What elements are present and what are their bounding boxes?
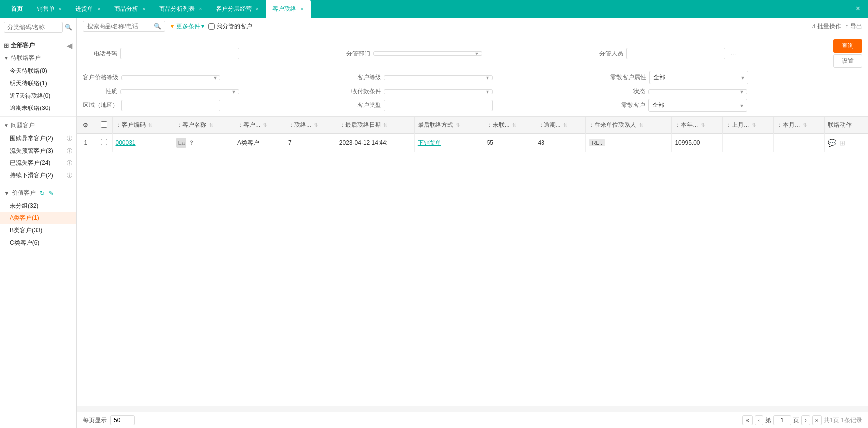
search-icon-main[interactable]: 🔍 — [154, 23, 161, 30]
col-this-year[interactable]: ：本年... ⇅ — [672, 117, 723, 134]
row-code[interactable]: 000031 — [112, 134, 173, 152]
qr-icon[interactable]: ⊞ — [839, 139, 845, 147]
main-search-input[interactable] — [87, 23, 152, 30]
region-input[interactable] — [121, 100, 220, 111]
select-all-checkbox[interactable] — [101, 121, 107, 128]
comment-icon[interactable]: 💬 — [828, 139, 836, 147]
sidebar-item-a-class[interactable]: A类客户(1) — [0, 212, 76, 224]
customer-level-wrap[interactable] — [384, 75, 493, 80]
sidebar-item-b-class[interactable]: B类客户(33) — [0, 224, 76, 237]
retail-attr-select[interactable]: 全部 — [649, 71, 748, 84]
sidebar-search-input[interactable] — [4, 22, 63, 33]
row-last-method[interactable]: 下销货单 — [414, 134, 484, 152]
close-all-button[interactable]: × — [852, 4, 864, 13]
page-number-input[interactable] — [773, 415, 791, 425]
sidebar-item-declining[interactable]: 持续下滑客户(2) ⓘ — [0, 169, 76, 182]
section-problem-customers[interactable]: ▼ 问题客户 — [0, 119, 76, 132]
sidebar-item-overdue[interactable]: 逾期未联络(30) — [0, 102, 76, 114]
price-level-select[interactable] — [121, 75, 220, 80]
nav-home[interactable]: 首页 — [4, 0, 30, 18]
nav-goods-analysis[interactable]: 商品分析 × — [108, 0, 152, 18]
goods-analysis-close[interactable]: × — [142, 6, 145, 12]
sidebar-item-today[interactable]: 今天待联络(0) — [0, 65, 76, 77]
sidebar-collapse-icon[interactable]: ◀ — [67, 42, 72, 50]
settings-gear-icon[interactable]: ⚙ — [83, 122, 88, 129]
col-no-contact[interactable]: ：未联... ⇅ — [484, 117, 535, 134]
col-last-date[interactable]: ：最后联络日期 ⇅ — [336, 117, 414, 134]
purchase-close[interactable]: × — [97, 6, 100, 12]
col-checkbox[interactable] — [95, 117, 112, 134]
code-link[interactable]: 000031 — [116, 139, 136, 146]
horizontal-scrollbar[interactable] — [77, 406, 868, 412]
status-select[interactable] — [648, 89, 747, 94]
col-last-month[interactable]: ：上月... ⇅ — [723, 117, 774, 134]
section-pending-contact[interactable]: ▼ 待联络客户 — [0, 52, 76, 65]
col-overdue[interactable]: ：逾期... ⇅ — [535, 117, 586, 134]
sidebar-item-c-class[interactable]: C类客户(6) — [0, 237, 76, 249]
col-this-month[interactable]: ：本月... ⇅ — [774, 117, 825, 134]
customer-contact-close[interactable]: × — [300, 6, 303, 12]
price-level-wrap[interactable] — [121, 75, 220, 80]
retail-customer-select[interactable]: 全部 — [648, 99, 747, 112]
first-page-btn[interactable]: « — [742, 415, 753, 425]
goods-list-close[interactable]: × — [199, 6, 202, 12]
status-wrap[interactable] — [648, 89, 747, 94]
col-name[interactable]: ：客户名称 ⇅ — [173, 117, 234, 134]
section-value-customers[interactable]: ▼ 价值客户 ↻ ✎ — [0, 186, 76, 200]
nav-goods-analysis-list[interactable]: 商品分析列表 × — [152, 0, 209, 18]
nature-wrap[interactable] — [120, 89, 239, 94]
prev-page-btn[interactable]: ‹ — [755, 415, 763, 425]
customer-segment-close[interactable]: × — [256, 6, 259, 12]
dept-select-wrap[interactable] — [373, 51, 482, 56]
batch-op-btn[interactable]: ☑ 批量操作 — [810, 22, 841, 31]
sidebar-item-churned[interactable]: 已流失客户(24) ⓘ — [0, 157, 76, 169]
settings-button[interactable]: 设置 — [833, 54, 862, 68]
nav-sales[interactable]: 销售单 × — [30, 0, 68, 18]
manager-input[interactable] — [626, 48, 725, 59]
payment-wrap[interactable] — [384, 89, 493, 94]
last-method-link[interactable]: 下销货单 — [418, 139, 441, 146]
row-checkbox-cell[interactable] — [95, 134, 112, 152]
edit-icon[interactable]: ✎ — [49, 190, 54, 197]
nav-customer-segment[interactable]: 客户分层经营 × — [209, 0, 266, 18]
retail-attr-wrap[interactable]: 全部 — [649, 71, 748, 84]
sidebar-search-icon[interactable]: 🔍 — [65, 24, 72, 31]
customer-type-input[interactable] — [384, 100, 493, 111]
export-btn[interactable]: ↑ 导出 — [845, 22, 862, 31]
nav-purchase[interactable]: 进货单 × — [68, 0, 107, 18]
refresh-icon[interactable]: ↻ — [40, 190, 45, 197]
my-customers-checkbox[interactable] — [208, 23, 215, 30]
last-page-btn[interactable]: » — [812, 415, 822, 425]
table-body: 1 000031 Ea ？ A类客户 — [77, 134, 868, 152]
phone-input[interactable] — [120, 48, 239, 59]
sidebar-item-tomorrow[interactable]: 明天待联络(1) — [0, 77, 76, 90]
nav-customer-contact[interactable]: 客户联络 × — [266, 0, 310, 18]
sidebar-item-ungrouped[interactable]: 未分组(32) — [0, 200, 76, 212]
per-page-select[interactable]: 50 20 100 200 — [110, 415, 135, 425]
sales-close[interactable]: × — [58, 6, 61, 12]
manager-dots[interactable]: … — [730, 50, 736, 57]
more-filters-btn[interactable]: ▼ 更多条件 ▾ — [169, 22, 204, 31]
retail-customer-wrap[interactable]: 全部 — [648, 99, 747, 112]
col-level[interactable]: ：客户... ⇅ — [234, 117, 285, 134]
nature-select[interactable] — [120, 89, 239, 94]
sidebar-item-7days[interactable]: 近7天待联络(0) — [0, 90, 76, 102]
info-icon4: ⓘ — [67, 172, 72, 179]
sidebar-item-churn-warning[interactable]: 流失预警客户(3) ⓘ — [0, 145, 76, 157]
all-customers-header[interactable]: ⊞ 全部客户 ◀ — [0, 37, 76, 52]
query-button[interactable]: 查询 — [833, 39, 862, 53]
sidebar-item-hoarding[interactable]: 囤购异常客户(2) ⓘ — [0, 132, 76, 145]
my-customers-checkbox-wrap[interactable]: 我分管的客户 — [208, 22, 252, 31]
row-checkbox[interactable] — [101, 139, 107, 145]
row-last-date: 2023-04-12 14:44: — [336, 134, 414, 152]
region-dots[interactable]: … — [225, 102, 231, 109]
payment-select[interactable] — [384, 89, 493, 94]
dept-select[interactable] — [373, 51, 482, 56]
col-last-method[interactable]: 最后联络方式 ⇅ — [414, 117, 484, 134]
col-contact-num[interactable]: ：联络... ⇅ — [285, 117, 336, 134]
col-contact-person[interactable]: ：往来单位联系人 ⇅ — [586, 117, 672, 134]
col-code[interactable]: ：客户编码 ⇅ — [112, 117, 173, 134]
next-page-btn[interactable]: › — [801, 415, 810, 425]
col-settings[interactable]: ⚙ — [77, 117, 95, 134]
customer-level-select[interactable] — [384, 75, 493, 80]
